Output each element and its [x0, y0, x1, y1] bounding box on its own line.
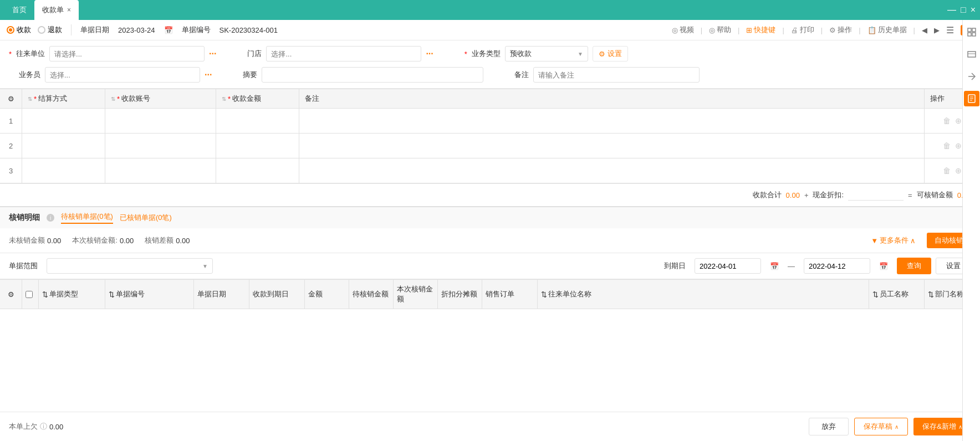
operation-btn[interactable]: ⚙ 操作: [829, 25, 852, 35]
calendar-start-icon[interactable]: 📅: [770, 262, 779, 270]
td-notes-3[interactable]: [299, 158, 925, 183]
td-amount-3[interactable]: [216, 158, 299, 183]
td-account-1[interactable]: [105, 109, 216, 133]
copy-icon-1[interactable]: ⊕: [955, 116, 962, 125]
print-label: 打印: [800, 25, 814, 35]
minimize-icon[interactable]: —: [947, 5, 956, 15]
range-label: 单据范围: [9, 261, 38, 271]
calendar-icon[interactable]: 📅: [164, 26, 173, 34]
pending-tab[interactable]: 待核销单据(0笔): [61, 212, 113, 224]
td-amount-2[interactable]: [216, 134, 299, 158]
shortcut-btn[interactable]: ⊞ 快捷键: [746, 25, 775, 35]
radio-receipt[interactable]: 收款: [7, 25, 31, 35]
sidebar-icon-3[interactable]: [964, 69, 979, 84]
bth-pending: 待核销金额: [349, 280, 394, 309]
menu-icon[interactable]: ☰: [946, 25, 954, 35]
store-more-btn[interactable]: ···: [426, 49, 433, 59]
svg-rect-1: [972, 28, 976, 32]
radio-refund[interactable]: 退款: [38, 25, 62, 35]
completed-tab[interactable]: 已核销单据(0笔): [120, 213, 172, 223]
verification-info-icon[interactable]: i: [47, 214, 54, 222]
history-btn[interactable]: 📋 历史单据: [867, 25, 907, 35]
delete-icon-1[interactable]: 🗑: [943, 116, 951, 125]
sidebar-icon-4[interactable]: [964, 91, 979, 106]
print-btn[interactable]: 🖨 打印: [791, 25, 814, 35]
required-account: *: [117, 95, 120, 103]
summary-input[interactable]: [262, 67, 483, 83]
number-label: 单据编号: [182, 25, 211, 35]
svg-rect-0: [968, 28, 971, 32]
query-btn[interactable]: 查询: [897, 258, 931, 274]
nav-next-icon[interactable]: ▶: [934, 26, 940, 34]
help-btn[interactable]: ◎ 帮助: [709, 25, 731, 35]
main-content: 收款 退款 单据日期 2023-03-24 📅 单据编号 SK-20230324…: [0, 20, 980, 441]
bth-checkbox[interactable]: [22, 280, 39, 309]
tab-close-icon[interactable]: ×: [67, 6, 71, 14]
sidebar-icon-1[interactable]: [964, 24, 979, 40]
salesperson-more-btn[interactable]: ···: [205, 70, 212, 80]
bth-due-date-label: 收款到期日: [253, 289, 289, 299]
calendar-end-icon[interactable]: 📅: [879, 262, 888, 270]
stat-info-icon[interactable]: ⓘ: [40, 422, 47, 432]
td-settlement-3[interactable]: [22, 158, 105, 183]
more-conditions-btn[interactable]: ▼ 更多条件 ∧: [871, 235, 916, 245]
filter-icon: ▼: [871, 237, 878, 245]
copy-icon-3[interactable]: ⊕: [955, 166, 962, 175]
nav-prev-icon[interactable]: ◀: [922, 26, 927, 34]
sort-counterparty: ⇅: [541, 290, 547, 299]
td-account-2[interactable]: [105, 134, 216, 158]
bth-settings-icon: ⚙: [8, 290, 14, 299]
sort-employee: ⇅: [872, 290, 879, 299]
notes-input[interactable]: [533, 67, 700, 83]
tab-receipt[interactable]: 收款单 ×: [34, 0, 79, 20]
counterparty-more-btn[interactable]: ···: [209, 49, 216, 59]
td-notes-2[interactable]: [299, 134, 925, 158]
radio-receipt-label: 收款: [17, 25, 31, 35]
delete-icon-2[interactable]: 🗑: [943, 141, 951, 150]
bth-settings[interactable]: ⚙: [0, 280, 22, 309]
th-settings[interactable]: ⚙: [0, 89, 22, 108]
td-amount-1[interactable]: [216, 109, 299, 133]
tab-home[interactable]: 首页: [4, 0, 34, 20]
header-checkbox[interactable]: [25, 291, 33, 298]
radio-receipt-circle: [7, 26, 14, 34]
unverified-stat: 未核销金额 0.00: [9, 235, 61, 245]
delete-icon-3[interactable]: 🗑: [943, 166, 951, 175]
range-select[interactable]: ▼: [47, 258, 213, 274]
salesperson-input[interactable]: [45, 67, 200, 83]
abandon-btn[interactable]: 放弃: [809, 418, 849, 435]
bottom-table-header: ⚙ ⇅ 单据类型 ⇅ 单据编号 单据日期 收款到期日 金额 待核销金额 本次核销…: [0, 279, 980, 309]
bth-type: ⇅ 单据类型: [39, 280, 105, 309]
bth-discount-label: 折扣分摊额: [441, 289, 477, 299]
bottom-stat: 本单上欠 ⓘ 0.00: [9, 422, 63, 432]
td-settlement-1[interactable]: [22, 109, 105, 133]
bottom-actions: 放弃 保存草稿 ∧ 保存&新增 ∧: [809, 418, 971, 435]
date-start-input[interactable]: [695, 258, 761, 274]
td-account-3[interactable]: [105, 158, 216, 183]
discount-input[interactable]: [848, 189, 904, 201]
save-new-chevron: ∧: [958, 424, 962, 430]
print-icon: 🖨: [791, 26, 798, 34]
maximize-icon[interactable]: □: [961, 5, 966, 15]
td-settlement-2[interactable]: [22, 134, 105, 158]
bth-due-date: 收款到期日: [249, 280, 305, 309]
th-settlement: ⇅ * 结算方式: [22, 89, 105, 108]
video-btn[interactable]: ◎ 视频: [672, 25, 694, 35]
help-label: 帮助: [717, 25, 731, 35]
copy-icon-2[interactable]: ⊕: [955, 141, 962, 150]
store-input[interactable]: [266, 46, 421, 61]
save-draft-btn[interactable]: 保存草稿 ∧: [854, 418, 908, 435]
date-end-input[interactable]: [804, 258, 870, 274]
td-notes-1[interactable]: [299, 109, 925, 133]
unverified-label: 未核销金额: [9, 235, 45, 245]
close-icon[interactable]: ×: [971, 5, 976, 15]
right-sidebar: [962, 20, 980, 441]
settings-button[interactable]: ⚙ 设置: [593, 46, 628, 61]
sidebar-icon-2[interactable]: [964, 47, 979, 62]
form-area: * 往来单位 ··· 门店 ··· * 业务类型 预收款 ▼ ⚙ 设置 业务员: [0, 40, 980, 89]
td-num-3: 3: [0, 158, 22, 183]
filter-actions: 查询 设置: [897, 258, 971, 274]
business-type-select[interactable]: 预收款 ▼: [505, 46, 588, 61]
counterparty-input[interactable]: [49, 46, 205, 61]
available-label: 可核销金额: [917, 190, 953, 200]
